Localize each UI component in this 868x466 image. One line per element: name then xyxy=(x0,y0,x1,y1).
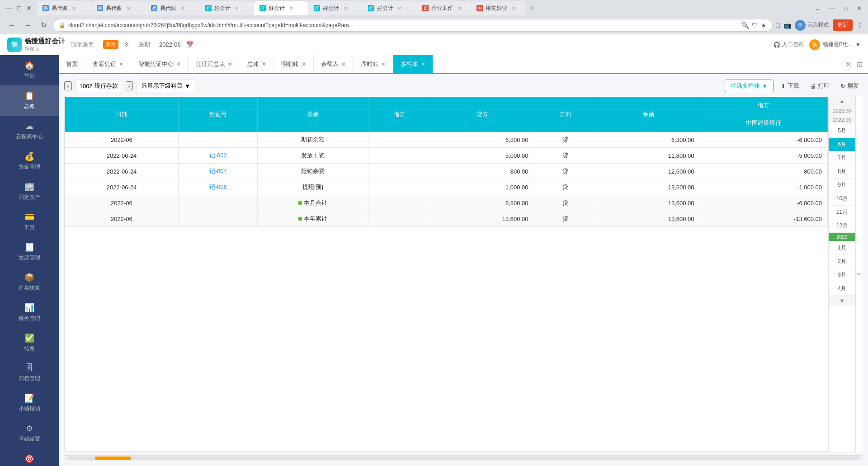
tab-易代账-3[interactable]: 易 易代账 ✕ xyxy=(146,1,200,15)
restore-window-button[interactable]: □ xyxy=(841,4,850,13)
profile-button[interactable]: 无 无痕模式 xyxy=(795,20,829,31)
browser-close[interactable]: ✕ xyxy=(24,3,33,14)
tab-voucher-close-icon[interactable]: ✕ xyxy=(119,61,123,67)
tab-smart-voucher-label: 智能凭证中心 xyxy=(138,60,174,68)
sidebar-item-expense[interactable]: 📝 小畅报销 xyxy=(0,388,59,418)
sidebar-item-ledger[interactable]: 📋 总账 xyxy=(0,85,59,116)
date-month-3-2023[interactable]: 3月 xyxy=(829,268,855,282)
refresh-button[interactable]: ↻ 刷新 xyxy=(837,80,863,92)
tab-balance-sheet[interactable]: 余额表 ✕ xyxy=(314,55,354,74)
tab-close-icon[interactable]: ✕ xyxy=(235,6,239,11)
browser-maximize[interactable]: □ xyxy=(15,3,23,14)
user-info[interactable]: 畅 畅捷通B组... ▼ xyxy=(809,39,861,50)
voucher-link[interactable]: 记-004 xyxy=(209,168,227,174)
tab-restore-button[interactable]: ⊡ xyxy=(855,58,864,71)
sidebar-item-tax[interactable]: 📊 税务管理 xyxy=(0,297,59,328)
collapse-panel[interactable]: › xyxy=(855,96,863,452)
tab-general-close-icon[interactable]: ✕ xyxy=(262,61,266,67)
tab-企业工作[interactable]: C 企业工作 ✕ xyxy=(417,1,471,15)
sidebar-item-home[interactable]: 🏠 首页 xyxy=(0,55,59,85)
tab-close-icon[interactable]: ✕ xyxy=(181,6,184,11)
tab-list-button[interactable]: ⌄ xyxy=(812,4,823,13)
date-month-11[interactable]: 11月 xyxy=(829,206,855,219)
sidebar-item-invoice[interactable]: 🧾 发票管理 xyxy=(0,237,59,267)
tab-sequence-close-icon[interactable]: ✕ xyxy=(381,61,386,67)
download-button[interactable]: ⬇ 下载 xyxy=(777,80,803,92)
bottom-scrollbar[interactable] xyxy=(64,455,863,461)
sidebar-item-reports[interactable]: ☁ 云报表中心 xyxy=(0,116,59,146)
tab-sequence-ledger[interactable]: 序时账 ✕ xyxy=(354,55,393,74)
next-account-button[interactable]: › xyxy=(126,81,133,90)
tab-balance-close-icon[interactable]: ✕ xyxy=(341,61,346,67)
tab-close-icon[interactable]: ✕ xyxy=(289,6,293,11)
sidebar-item-guide[interactable]: 🎯 新手引导 xyxy=(0,448,59,466)
sidebar-item-inventory[interactable]: 📦 库存核算 xyxy=(0,267,59,297)
date-month-7[interactable]: 7月 xyxy=(829,151,855,165)
voucher-link[interactable]: 记-006 xyxy=(209,184,227,190)
date-month-8[interactable]: 8月 xyxy=(829,165,855,179)
sidebar-item-salary[interactable]: 💳 工资 xyxy=(0,207,59,237)
reload-button[interactable]: ↻ xyxy=(38,19,49,31)
tab-general-ledger[interactable]: 总账 ✕ xyxy=(240,55,274,74)
date-month-12[interactable]: 12月 xyxy=(829,219,855,233)
tab-用友好业[interactable]: 用 用友好业 ✕ xyxy=(471,1,525,15)
scroll-up-button[interactable]: ▲ xyxy=(829,96,855,106)
account-selector[interactable]: 1002 银行存款 xyxy=(75,80,122,92)
tab-close-icon[interactable]: ✕ xyxy=(398,6,401,11)
sidebar-item-funds[interactable]: 💰 资金管理 xyxy=(0,146,59,176)
tab-smart-voucher[interactable]: 智能凭证中心 ✕ xyxy=(131,55,189,74)
tab-close-icon[interactable]: ✕ xyxy=(512,6,515,11)
tab-好会计-1[interactable]: 好 好会计 ✕ xyxy=(200,1,254,15)
sidebar-item-settings[interactable]: ⚙ 基础设置 xyxy=(0,418,59,448)
date-month-6[interactable]: 6月 xyxy=(829,138,855,151)
tab-summary-close-icon[interactable]: ✕ xyxy=(228,61,232,67)
tab-multi-close-icon[interactable]: ✕ xyxy=(421,61,425,67)
date-month-5[interactable]: 5月 xyxy=(829,124,855,138)
date-month-4-2023[interactable]: 4月 xyxy=(829,282,855,296)
tab-close-icon[interactable]: ✕ xyxy=(344,6,347,11)
filter-select[interactable]: 只显示下级科目 ▼ xyxy=(137,80,195,92)
tab-multi-column[interactable]: 多栏账 ✕ xyxy=(393,55,433,74)
tab-易代账-1[interactable]: 易 易代账 ✕ xyxy=(37,1,91,15)
print-button[interactable]: 🖨 打印 xyxy=(807,80,833,92)
close-window-button[interactable]: ✕ xyxy=(854,4,864,13)
url-bar[interactable]: 🔒 cloud2.chanjet.com/accounting/uh26t264… xyxy=(53,19,773,32)
more-icon[interactable]: ⋮ xyxy=(856,22,863,29)
special-multicolumn-button[interactable]: 特殊多栏账 ▼ xyxy=(725,80,774,92)
date-month-2-2023[interactable]: 2月 xyxy=(829,255,855,268)
back-button[interactable]: ← xyxy=(5,19,18,31)
calendar-icon[interactable]: 📅 xyxy=(186,41,193,48)
forward-button[interactable]: → xyxy=(22,19,34,31)
tab-close-all-button[interactable]: ✕ xyxy=(844,58,853,71)
tab-voucher-summary[interactable]: 凭证汇总表 ✕ xyxy=(189,55,240,74)
tab-易代账-2[interactable]: 易 易代账 ✕ xyxy=(91,1,146,15)
sidebar-item-settle[interactable]: ✅ 结账 xyxy=(0,328,59,358)
tab-好会计-active[interactable]: 好 好会计 ✕ xyxy=(254,1,308,15)
table-row: 2022-06 本月合计 6,800. xyxy=(65,195,828,211)
tab-好会计-3[interactable]: 好 好会计 ✕ xyxy=(308,1,363,15)
new-tab-button[interactable]: + xyxy=(525,2,538,14)
sidebar-item-assets[interactable]: 🏢 固定资产 xyxy=(0,176,59,207)
tab-close-icon[interactable]: ✕ xyxy=(72,6,76,11)
tab-detail-ledger[interactable]: 明细账 ✕ xyxy=(274,55,314,74)
date-month-9[interactable]: 9月 xyxy=(829,179,855,192)
update-button[interactable]: 更新 xyxy=(833,19,853,31)
tab-好会计-4[interactable]: 好 好会计 ✕ xyxy=(363,1,417,15)
consult-button[interactable]: 🎧 人工咨询 xyxy=(774,41,804,48)
sidebar-item-archive[interactable]: 🗄 归档管理 xyxy=(0,358,59,388)
date-month-10[interactable]: 10月 xyxy=(829,192,855,206)
tab-voucher-view[interactable]: 查看凭证 ✕ xyxy=(85,55,131,74)
tab-close-icon[interactable]: ✕ xyxy=(458,6,461,11)
tab-home[interactable]: 首页 xyxy=(59,55,85,74)
tab-smart-close-icon[interactable]: ✕ xyxy=(176,61,181,67)
settings-icon[interactable]: ⚙ xyxy=(124,41,129,48)
tab-close-icon[interactable]: ✕ xyxy=(127,6,130,11)
date-month-1-2023[interactable]: 1月 xyxy=(829,241,855,255)
tab-label: 易代账 xyxy=(52,5,68,12)
minimize-window-button[interactable]: — xyxy=(826,4,838,13)
voucher-link[interactable]: 记-002 xyxy=(209,152,227,159)
tab-detail-close-icon[interactable]: ✕ xyxy=(302,61,306,67)
scroll-down-button[interactable]: ▼ xyxy=(829,296,855,306)
browser-minimize[interactable]: — xyxy=(4,3,14,14)
prev-account-button[interactable]: ‹ xyxy=(64,81,72,90)
